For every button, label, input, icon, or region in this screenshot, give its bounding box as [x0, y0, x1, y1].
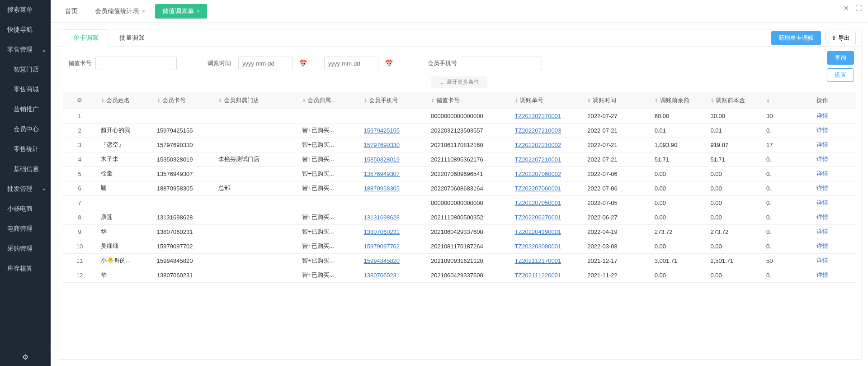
- cell-principal: 0.01: [706, 123, 762, 138]
- tab-adjust-bill[interactable]: 储值调账单 ×: [155, 4, 207, 19]
- detail-link[interactable]: 详情: [816, 156, 828, 162]
- col-store-card[interactable]: ▲▼储值卡号: [426, 92, 510, 109]
- phone-link[interactable]: 15979425155: [364, 127, 400, 134]
- detail-link[interactable]: 详情: [816, 242, 828, 249]
- sidebar-group-retail[interactable]: 零售管理 ▴: [0, 40, 51, 60]
- col-member-dept[interactable]: ▲▼会员归属...: [297, 92, 359, 109]
- cell-time: 2022-04-19: [583, 224, 650, 239]
- bill-link[interactable]: TZ202206270001: [515, 214, 561, 221]
- bill-link[interactable]: TZ202207060002: [515, 171, 561, 177]
- expand-filters-button[interactable]: ⌄ 展开更多条件: [431, 76, 487, 88]
- calendar-icon[interactable]: 📅: [299, 59, 307, 67]
- col-bill-time[interactable]: ▲▼调账时间: [583, 92, 650, 109]
- date-from-input[interactable]: [238, 57, 292, 70]
- cell-dept: 智+已购买...: [297, 138, 359, 152]
- chevron-down-icon: ▾: [43, 187, 45, 192]
- detail-link[interactable]: 详情: [816, 185, 828, 191]
- bill-link[interactable]: TZ202112170001: [515, 257, 561, 264]
- date-to-input[interactable]: [324, 57, 378, 70]
- export-button[interactable]: ⇪ 导出: [826, 31, 856, 45]
- detail-link[interactable]: 详情: [816, 127, 828, 133]
- col-member-store[interactable]: ▲▼会员归属门店: [214, 92, 298, 109]
- bill-link[interactable]: TZ202207060001: [515, 185, 561, 192]
- sidebar-item-retail-stats[interactable]: 零售统计: [0, 139, 51, 159]
- bill-link[interactable]: TZ202207210001: [515, 156, 561, 163]
- cell-store-card: 2022070608683164: [426, 181, 510, 195]
- cell-tail: 50: [762, 253, 788, 268]
- cell-store-card: 0000000000000000: [426, 195, 510, 210]
- calendar-icon[interactable]: 📅: [385, 59, 393, 67]
- sidebar-group-wholesale[interactable]: 批发管理 ▾: [0, 179, 51, 199]
- bill-link[interactable]: TZ202204190001: [515, 228, 561, 235]
- bill-link[interactable]: TZ202207210002: [515, 142, 561, 148]
- col-extra[interactable]: ▲▼: [762, 92, 788, 109]
- close-icon[interactable]: ×: [142, 8, 145, 14]
- sidebar-item-smart-store[interactable]: 智慧门店: [0, 60, 51, 80]
- cell-store-card: 2021081170187264: [426, 239, 510, 253]
- col-member-card[interactable]: ▲▼会员卡号: [152, 92, 214, 109]
- bill-link[interactable]: TZ202111220001: [515, 272, 561, 279]
- detail-link[interactable]: 详情: [816, 257, 828, 264]
- phone-link[interactable]: 15979097702: [364, 243, 400, 250]
- subtab-single[interactable]: 单卡调账: [63, 29, 109, 47]
- phone-input[interactable]: [461, 57, 542, 70]
- cell-time: 2022-07-21: [583, 138, 650, 152]
- close-all-icon[interactable]: ✕: [844, 5, 849, 12]
- cell-bill: TZ202203080001: [510, 239, 583, 253]
- phone-link[interactable]: 15350328019: [364, 156, 400, 163]
- sidebar-item-ecommerce[interactable]: 电商管理: [0, 219, 51, 239]
- detail-link[interactable]: 详情: [816, 214, 828, 220]
- phone-link[interactable]: 15994845820: [364, 257, 400, 264]
- phone-link[interactable]: 13131698628: [364, 214, 400, 221]
- row-index: 5: [63, 166, 96, 181]
- sidebar-item-purchase[interactable]: 采购管理: [0, 239, 51, 259]
- phone-link[interactable]: 15797690330: [364, 142, 400, 148]
- cell-card: 18870958305: [152, 181, 214, 195]
- add-button[interactable]: 新增单卡调账: [771, 31, 821, 45]
- cell-bill: TZ202111220001: [510, 268, 583, 282]
- table-wrap[interactable]: ⚙ ▲▼会员姓名 ▲▼会员卡号 ▲▼会员归属门店 ▲▼会员归属... ▲▼会员手…: [57, 92, 861, 359]
- close-icon[interactable]: ×: [197, 8, 200, 14]
- detail-link[interactable]: 详情: [816, 170, 828, 177]
- sidebar-quick-nav[interactable]: 快捷导航: [0, 20, 51, 40]
- query-button[interactable]: 查询: [827, 51, 854, 65]
- subtab-batch[interactable]: 批量调账: [109, 29, 155, 46]
- cell-principal: 51.71: [706, 152, 762, 166]
- sidebar-item-inventory[interactable]: 库存核算: [0, 259, 51, 279]
- col-member-name[interactable]: ▲▼会员姓名: [96, 92, 152, 109]
- sidebar-search[interactable]: 搜索菜单: [0, 0, 51, 20]
- detail-link[interactable]: 详情: [816, 112, 828, 119]
- card-input[interactable]: [95, 57, 177, 70]
- filter-time-label: 调账时间: [208, 59, 231, 67]
- tab-home[interactable]: 首页: [58, 4, 85, 19]
- detail-link[interactable]: 详情: [816, 228, 828, 235]
- bill-link[interactable]: TZ202207050001: [515, 200, 561, 206]
- phone-link[interactable]: 13807060231: [364, 228, 400, 235]
- phone-link[interactable]: 18870958305: [364, 185, 400, 192]
- detail-link[interactable]: 详情: [816, 199, 828, 206]
- fullscreen-icon[interactable]: ⛶: [855, 5, 862, 12]
- col-principal[interactable]: ▲▼调账前本金: [706, 92, 762, 109]
- bill-link[interactable]: TZ202203080001: [515, 243, 561, 250]
- settings-button[interactable]: 设置: [827, 68, 854, 82]
- sidebar-item-member-center[interactable]: 会员中心: [0, 119, 51, 139]
- gear-icon[interactable]: ⚙: [77, 97, 82, 104]
- sidebar-item-xiaochang[interactable]: 小畅电商: [0, 199, 51, 219]
- tab-member-stats[interactable]: 会员储值统计表 ×: [88, 4, 152, 19]
- gear-icon[interactable]: ⚙: [22, 353, 28, 361]
- bill-link[interactable]: TZ202207270001: [515, 113, 561, 119]
- bill-link[interactable]: TZ202207210003: [515, 127, 561, 134]
- col-member-phone[interactable]: ▲▼会员手机号: [359, 92, 426, 109]
- phone-link[interactable]: 13576949307: [364, 171, 400, 177]
- detail-link[interactable]: 详情: [816, 141, 828, 148]
- sidebar-item-marketing[interactable]: 营销推广: [0, 100, 51, 119]
- phone-link[interactable]: 13807060231: [364, 272, 400, 279]
- col-bill-no[interactable]: ▲▼调账单号: [510, 92, 583, 109]
- detail-link[interactable]: 详情: [816, 271, 828, 278]
- sidebar-item-retail-mall[interactable]: 零售商城: [0, 80, 51, 100]
- sidebar-item-base-info[interactable]: 基础信息: [0, 159, 51, 179]
- col-balance[interactable]: ▲▼调账前余额: [650, 92, 706, 109]
- cell-balance: 0.00: [650, 239, 706, 253]
- cell-phone: 18870958305: [359, 181, 426, 195]
- cell-store: [214, 195, 298, 210]
